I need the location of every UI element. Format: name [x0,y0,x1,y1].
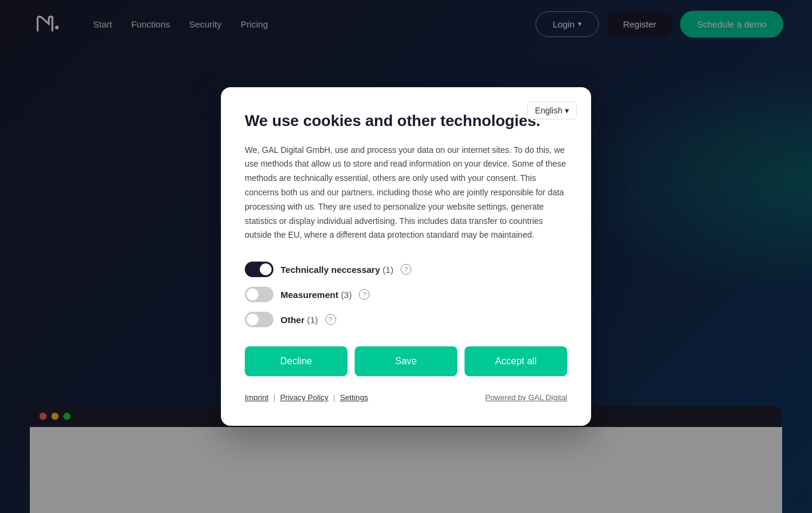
other-label: Other (1) [281,315,318,325]
technically-necessary-label: Technically neccessary (1) [281,265,393,275]
powered-by-link[interactable]: Powered by GAL Digital [485,393,567,402]
language-label: English [535,106,562,115]
measurement-toggle[interactable] [245,287,273,302]
footer-separator-2: | [333,393,335,402]
chevron-down-icon: ▾ [565,106,569,115]
modal-footer: Imprint | Privacy Policy | Settings Powe… [245,393,567,402]
language-selector[interactable]: English ▾ [527,102,577,119]
imprint-link[interactable]: Imprint [245,393,269,402]
modal-overlay: English ▾ We use cookies and other techn… [0,0,812,513]
other-help-icon[interactable]: ? [325,314,336,325]
cookie-consent-modal: English ▾ We use cookies and other techn… [221,87,591,426]
consent-row-measurement: Measurement (3) ? [245,287,567,302]
toggle-slider-off-2 [245,312,273,327]
other-toggle[interactable] [245,312,273,327]
measurement-label: Measurement (3) [281,290,352,300]
technically-necessary-help-icon[interactable]: ? [401,264,411,275]
technically-necessary-toggle[interactable] [245,262,273,277]
consent-items: Technically neccessary (1) ? Measurement… [245,262,567,327]
modal-title: We use cookies and other technologies. [245,111,567,131]
consent-row-technically-necessary: Technically neccessary (1) ? [245,262,567,277]
measurement-help-icon[interactable]: ? [359,289,370,300]
privacy-policy-link[interactable]: Privacy Policy [280,393,328,402]
modal-body-text: We, GAL Digital GmbH, use and process yo… [245,143,567,243]
modal-actions: Decline Save Accept all [245,346,567,376]
consent-row-other: Other (1) ? [245,312,567,327]
toggle-slider-on [245,262,273,277]
toggle-slider-off [245,287,273,302]
accept-all-button[interactable]: Accept all [465,346,567,376]
modal-footer-links: Imprint | Privacy Policy | Settings [245,393,368,402]
decline-button[interactable]: Decline [245,346,347,376]
footer-separator-1: | [273,393,275,402]
settings-link[interactable]: Settings [340,393,368,402]
save-button[interactable]: Save [355,346,457,376]
